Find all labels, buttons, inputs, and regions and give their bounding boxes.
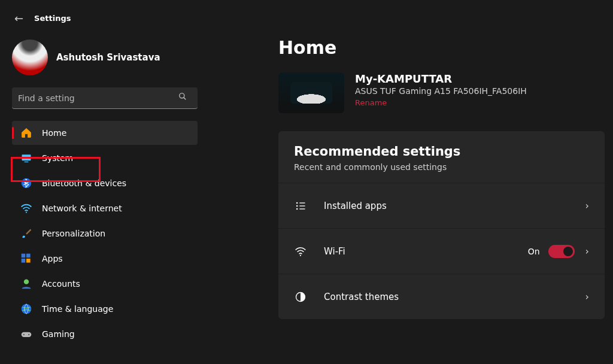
- svg-rect-12: [22, 332, 32, 337]
- card-header: Recommended settings Recent and commonly…: [278, 131, 605, 183]
- sidebar-item-label: Gaming: [42, 329, 75, 339]
- back-arrow-icon[interactable]: ←: [14, 12, 23, 25]
- wifi-icon: [294, 245, 307, 257]
- recommended-card: Recommended settings Recent and commonly…: [278, 131, 605, 319]
- titlebar: ← Settings: [0, 0, 613, 25]
- card-title: Recommended settings: [294, 144, 589, 159]
- svg-point-5: [26, 212, 27, 213]
- nav-list: Home System Bluetooth & devices Network …: [12, 121, 198, 346]
- row-contrast-themes[interactable]: Contrast themes ›: [278, 274, 605, 319]
- search-input[interactable]: [12, 87, 198, 109]
- sidebar-item-bluetooth[interactable]: Bluetooth & devices: [12, 171, 198, 195]
- device-name: My-KAMPUTTAR: [355, 72, 527, 85]
- sidebar-item-label: Personalization: [42, 229, 105, 238]
- svg-rect-3: [25, 162, 29, 162]
- svg-rect-6: [22, 254, 26, 258]
- sidebar-item-system[interactable]: System: [12, 146, 198, 170]
- gamepad-icon: [20, 328, 32, 340]
- sidebar-item-label: Network & internet: [42, 204, 122, 213]
- card-subtitle: Recent and commonly used settings: [294, 162, 589, 172]
- row-label: Wi-Fi: [324, 246, 528, 257]
- search-wrap: [12, 87, 198, 109]
- brush-icon: [20, 228, 32, 239]
- system-icon: [20, 152, 32, 164]
- wifi-toggle[interactable]: [548, 245, 575, 258]
- device-model: ASUS TUF Gaming A15 FA506IH_FA506IH: [355, 86, 527, 96]
- sidebar-item-label: Accounts: [42, 279, 80, 289]
- sidebar-item-personalization[interactable]: Personalization: [12, 222, 198, 245]
- svg-point-15: [296, 202, 298, 204]
- row-wifi[interactable]: Wi-Fi On ›: [278, 228, 605, 274]
- row-installed-apps[interactable]: Installed apps ›: [278, 183, 605, 228]
- globe-icon: [20, 303, 32, 315]
- sidebar-item-apps[interactable]: Apps: [12, 247, 198, 271]
- user-name: Ashutosh Srivastava: [56, 52, 160, 63]
- sidebar-item-label: Home: [42, 128, 66, 138]
- sidebar-item-label: Bluetooth & devices: [42, 178, 126, 188]
- svg-point-21: [300, 254, 301, 256]
- chevron-right-icon: ›: [585, 291, 589, 302]
- bluetooth-icon: [20, 177, 32, 189]
- svg-rect-2: [22, 154, 31, 160]
- wifi-state: On: [528, 247, 540, 256]
- person-icon: [20, 278, 32, 290]
- svg-rect-7: [26, 254, 31, 258]
- chevron-right-icon: ›: [585, 200, 589, 211]
- svg-point-14: [28, 334, 29, 335]
- avatar: [12, 40, 48, 75]
- app-title: Settings: [34, 14, 71, 23]
- rename-link[interactable]: Rename: [355, 98, 527, 107]
- svg-rect-8: [22, 259, 26, 263]
- apps-icon: [20, 253, 32, 265]
- main-content: Home My-KAMPUTTAR ASUS TUF Gaming A15 FA…: [278, 37, 605, 319]
- svg-point-17: [296, 205, 298, 207]
- page-title: Home: [278, 37, 605, 58]
- sidebar-item-label: Apps: [42, 254, 63, 263]
- row-label: Contrast themes: [324, 292, 585, 302]
- profile-block[interactable]: Ashutosh Srivastava: [12, 40, 198, 75]
- row-label: Installed apps: [324, 201, 585, 211]
- sidebar-item-gaming[interactable]: Gaming: [12, 322, 198, 346]
- sidebar-item-label: System: [42, 153, 73, 163]
- svg-point-10: [24, 280, 29, 284]
- home-icon: [20, 127, 32, 139]
- sidebar-item-home[interactable]: Home: [12, 121, 198, 145]
- installed-apps-icon: [294, 200, 307, 212]
- contrast-icon: [294, 291, 307, 303]
- device-block: My-KAMPUTTAR ASUS TUF Gaming A15 FA506IH…: [278, 72, 605, 113]
- device-thumbnail: [278, 72, 344, 113]
- svg-point-11: [22, 304, 32, 314]
- svg-point-13: [23, 334, 25, 335]
- sidebar-item-label: Time & language: [42, 304, 113, 314]
- wifi-icon: [20, 202, 32, 214]
- sidebar-item-accounts[interactable]: Accounts: [12, 272, 198, 296]
- sidebar-item-time-language[interactable]: Time & language: [12, 297, 198, 321]
- sidebar-item-network[interactable]: Network & internet: [12, 196, 198, 220]
- chevron-right-icon: ›: [585, 245, 589, 257]
- sidebar: Ashutosh Srivastava Home System Bluetoot…: [0, 31, 210, 347]
- svg-rect-9: [26, 259, 31, 263]
- svg-point-19: [296, 208, 298, 210]
